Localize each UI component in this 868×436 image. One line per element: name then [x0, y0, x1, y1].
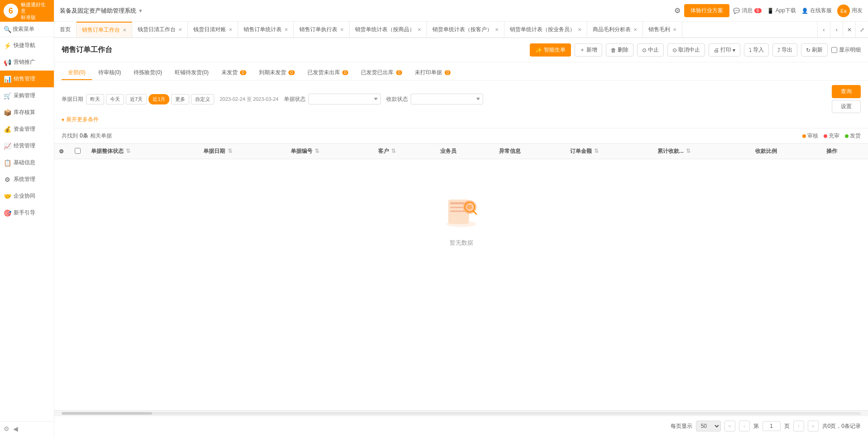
avatar: Ea — [837, 5, 850, 17]
prev-page-btn[interactable]: ‹ — [739, 421, 750, 431]
status-select[interactable] — [308, 94, 381, 104]
tab-close-icon[interactable]: ✕ — [123, 28, 126, 33]
page-input[interactable] — [762, 421, 781, 431]
date-7days-btn[interactable]: 近7天 — [126, 94, 147, 104]
sub-tab-shipped-out[interactable]: 已发货已出库 0 — [355, 66, 408, 80]
smart-create-btn[interactable]: ✨ 智能生单 — [530, 43, 571, 57]
tab-close-icon[interactable]: ✕ — [495, 27, 499, 32]
user-area[interactable]: Ea 用友 — [837, 5, 863, 17]
expand-filter-btn[interactable]: ▾ 展开更多条件 — [62, 116, 861, 123]
last-page-btn[interactable]: » — [808, 421, 819, 431]
export-btn[interactable]: ⤴ 导出 — [772, 43, 797, 57]
col-date[interactable]: 单据日期 ⇅ — [199, 144, 286, 159]
online-service-btn[interactable]: 👤 在线客服 — [801, 7, 832, 14]
sidebar-item-operations[interactable]: 📈 经营管理 — [0, 137, 54, 154]
sidebar-item-quick[interactable]: ⚡ 快捷导航 — [0, 37, 54, 54]
date-more-btn[interactable]: 更多 — [171, 94, 189, 104]
sidebar: 6 畅捷通好生意 标准版 🔍 搜索菜单 ⚡ 快捷导航 📢 营销推广 📊 销售管理… — [0, 0, 54, 436]
delete-btn[interactable]: 🗑 删除 — [606, 43, 633, 57]
deliver-action-btn[interactable]: 发货 — [845, 132, 861, 140]
table-wrapper: ⚙ 单据整体状态 ⇅ 单据日期 ⇅ — [54, 143, 868, 410]
search-menu-item[interactable]: 🔍 搜索菜单 — [0, 22, 54, 37]
tab-scroll-right-btn[interactable]: › — [830, 22, 843, 38]
date-yesterday-btn[interactable]: 昨天 — [86, 94, 104, 104]
add-btn[interactable]: ＋ 新增 — [575, 43, 602, 57]
tab-close-icon[interactable]: ✕ — [633, 27, 637, 32]
tab-cash-reconcile[interactable]: 钱货日清对账 ✕ — [188, 22, 238, 38]
col-checkbox[interactable] — [68, 144, 86, 159]
per-page-select[interactable]: 50 10 20 100 — [696, 421, 721, 431]
date-custom-btn[interactable]: 自定义 — [191, 94, 214, 104]
sidebar-item-basic[interactable]: 📋 基础信息 — [0, 154, 54, 171]
col-settings[interactable]: ⚙ — [54, 144, 68, 159]
sidebar-item-marketing[interactable]: 📢 营销推广 — [0, 54, 54, 71]
tab-close-icon[interactable]: ✕ — [417, 27, 421, 32]
date-1month-btn[interactable]: 近1月 — [149, 94, 169, 104]
unreview-action-btn[interactable]: 充审 — [824, 132, 839, 140]
tab-close-icon[interactable]: ✕ — [178, 27, 182, 32]
print-btn[interactable]: 🖨 打印 ▾ — [709, 43, 740, 57]
sub-tab-wangpu-deliver[interactable]: 旺铺待发货(0) — [168, 66, 215, 80]
notifications-btn[interactable]: 💬 消息 6 — [733, 7, 762, 14]
tab-sales-sum-staff[interactable]: 销货单统计表（按业务员） ✕ — [504, 22, 587, 38]
tab-close-icon[interactable]: ✕ — [578, 27, 581, 32]
refresh-btn[interactable]: ↻ 刷新 — [801, 43, 828, 57]
cancel-stop-btn[interactable]: ⊙ 取消中止 — [667, 43, 705, 57]
sub-tab-pending-review[interactable]: 待审核(0) — [92, 66, 128, 80]
col-number[interactable]: 单据编号 ⇅ — [286, 144, 374, 159]
sidebar-item-system[interactable]: ⚙ 系统管理 — [0, 171, 54, 188]
sidebar-item-sales[interactable]: 📊 销售管理 — [0, 71, 54, 87]
sub-tab-all[interactable]: 全部(0) — [62, 66, 92, 80]
tab-close-icon[interactable]: ✕ — [340, 27, 344, 32]
payment-select[interactable] — [411, 94, 483, 104]
sidebar-item-guide[interactable]: 🎯 新手引导 — [0, 204, 54, 221]
show-detail-input[interactable] — [831, 47, 837, 53]
col-state[interactable]: 单据整体状态 ⇅ — [86, 144, 199, 159]
tab-sales-profit[interactable]: 销售毛利 ✕ — [643, 22, 682, 38]
collapse-btn[interactable]: ◀ — [13, 425, 18, 432]
tab-sales-workbench[interactable]: 销售订单工作台 ✕ — [77, 22, 132, 38]
topbar-settings-icon[interactable]: ⚙ — [674, 6, 681, 15]
sub-tab-pending-inspect[interactable]: 待拣验货(0) — [127, 66, 168, 80]
tab-sales-sum-customer[interactable]: 销货单统计表（按客户） ✕ — [427, 22, 504, 38]
app-download-btn[interactable]: 📱 App下载 — [767, 7, 796, 14]
sub-tab-shipped-not-out[interactable]: 已发货未出库 0 — [301, 66, 355, 80]
col-customer[interactable]: 客户 ⇅ — [374, 144, 436, 159]
tab-scroll-left-btn[interactable]: ‹ — [817, 22, 830, 38]
sidebar-item-purchase[interactable]: 🛒 采购管理 — [0, 87, 54, 104]
set-btn[interactable]: 设置 — [832, 100, 861, 113]
date-today-btn[interactable]: 今天 — [106, 94, 124, 104]
tab-sales-stats[interactable]: 销售订单统计表 ✕ — [238, 22, 294, 38]
sidebar-item-finance[interactable]: 💰 资金管理 — [0, 121, 54, 137]
tab-close-icon[interactable]: ✕ — [229, 27, 232, 32]
sub-tab-overdue-not-shipped[interactable]: 到期未发货 0 — [253, 66, 301, 80]
next-page-btn[interactable]: › — [793, 421, 804, 431]
tab-cash-daily[interactable]: 钱货日清工作台 ✕ — [132, 22, 188, 38]
tab-fullscreen-btn[interactable]: ⤢ — [855, 22, 868, 38]
industry-btn[interactable]: 体验行业方案 — [684, 4, 729, 17]
review-action-btn[interactable]: 审核 — [802, 132, 818, 140]
stop-btn[interactable]: ⊙ 中止 — [637, 43, 664, 57]
select-all-checkbox[interactable] — [75, 148, 81, 154]
show-detail-checkbox[interactable]: 显示明细 — [831, 46, 861, 54]
query-btn[interactable]: 查询 — [832, 85, 861, 98]
col-collected[interactable]: 累计收款... ⇅ — [653, 144, 751, 159]
import-btn[interactable]: ⤵ 导入 — [744, 43, 769, 57]
tab-close-icon[interactable]: ✕ — [673, 27, 676, 32]
scrollbar-area[interactable] — [54, 410, 868, 416]
sidebar-item-enterprise[interactable]: 🤝 企业协同 — [0, 188, 54, 204]
col-amount[interactable]: 订单金额 ⇅ — [566, 144, 653, 159]
tab-close-all-btn[interactable]: ✕ — [843, 22, 855, 38]
tab-sales-exec[interactable]: 销售订单执行表 ✕ — [294, 22, 350, 38]
sub-tab-not-shipped[interactable]: 未发货 0 — [215, 66, 253, 80]
settings-bottom-btn[interactable]: ⚙ — [4, 425, 10, 432]
tab-sales-sum-product[interactable]: 销货单统计表（按商品） ✕ — [350, 22, 427, 38]
shipped-out-badge: 0 — [396, 70, 403, 75]
tab-close-icon[interactable]: ✕ — [284, 27, 288, 32]
first-page-btn[interactable]: « — [724, 421, 735, 431]
scrollbar-thumb[interactable] — [62, 412, 152, 415]
sidebar-item-inventory[interactable]: 📦 库存核算 — [0, 104, 54, 121]
tab-home[interactable]: 首页 — [54, 22, 77, 38]
tab-product-margin[interactable]: 商品毛利分析表 ✕ — [587, 22, 643, 38]
sub-tab-not-printed[interactable]: 未打印单据 0 — [408, 66, 457, 80]
